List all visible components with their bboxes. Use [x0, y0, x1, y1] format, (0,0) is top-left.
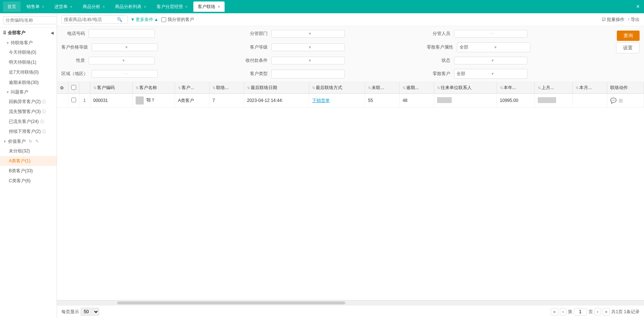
close-customer-segment-icon[interactable]: ×	[185, 4, 187, 9]
filter-search-icon[interactable]: 🔍	[117, 17, 122, 22]
col-overdue-label: 逾期...	[406, 85, 419, 90]
sidebar-all-customers-header[interactable]: ⠿ 全部客户 ◀	[0, 28, 57, 38]
filter-select-retail-attr[interactable]: 全部 ▼	[457, 42, 530, 52]
page-number-input[interactable]	[574, 308, 587, 315]
sidebar-item-class-c[interactable]: C类客户(6)	[0, 176, 57, 186]
filter-select-retail-attr-value: 全部	[459, 44, 494, 50]
my-customers-checkbox[interactable]	[161, 17, 166, 22]
row-visit-contact-cell	[434, 94, 497, 107]
filter-arrow-status: ▼	[491, 59, 525, 63]
filter-row-1: 电话号码 分管部门 ▼ 分管人员	[61, 29, 609, 38]
col-this-year-header[interactable]: ⇅本年...	[497, 82, 534, 94]
col-name-header[interactable]: ⇅客户名称	[132, 82, 175, 94]
close-goods-analysis-list-icon[interactable]: ×	[144, 4, 146, 9]
export-button[interactable]: ↑ 导出	[627, 17, 640, 23]
col-code-header[interactable]: ⇅客户编码	[90, 82, 132, 94]
tab-customer-segment[interactable]: 客户分层经营 ×	[152, 1, 192, 12]
filter-select-payment[interactable]: ▼	[271, 57, 345, 64]
col-last-contact-method-header[interactable]: ⇅最后联络方式	[309, 82, 365, 94]
tab-sales[interactable]: 销售单 ×	[22, 1, 49, 12]
filter-input-customer-type[interactable]	[271, 70, 345, 78]
close-all-tabs-button[interactable]: ×	[635, 2, 641, 11]
filter-my-customers[interactable]: 我分管的客户	[161, 17, 194, 23]
action-qr-icon[interactable]: ⊞	[619, 98, 623, 103]
filter-select-dept[interactable]: ▼	[271, 30, 345, 38]
tab-customer-contact[interactable]: 客户联络 ×	[193, 1, 224, 12]
top-nav: 首页 销售单 × 进货单 × 商品分析 × 商品分析列表 × 客户分层经营 × …	[0, 0, 644, 13]
tab-home[interactable]: 首页	[3, 1, 21, 12]
col-gear[interactable]: ⚙	[57, 82, 68, 94]
sidebar-item-overdue-contact[interactable]: 逾期未联络(30)	[0, 78, 57, 88]
tab-goods-analysis-list[interactable]: 商品分析列表 ×	[111, 1, 150, 12]
sidebar-item-churned[interactable]: 已流失客户(24) ⓘ	[0, 117, 57, 127]
sidebar-item-tomorrow-contact[interactable]: 明天待联络(1)	[0, 57, 57, 67]
sidebar-item-unclassified[interactable]: 未分组(32)	[0, 146, 57, 156]
value-edit-icon[interactable]: ✎	[35, 139, 39, 144]
col-overdue-header[interactable]: ⇅逾期...	[400, 82, 434, 94]
col-sort-no-contact: ⇅	[368, 86, 371, 90]
sidebar-item-declining[interactable]: 持续下滑客户(2) ⓘ	[0, 127, 57, 137]
filter-select-manager[interactable]: ···	[454, 30, 527, 38]
filter-select-status[interactable]: ▼	[454, 57, 527, 64]
col-visit-contact-header[interactable]: ⇅往来单位联系人	[434, 82, 497, 94]
action-message-icon[interactable]: 💬	[610, 98, 616, 103]
sidebar-item-class-a[interactable]: A类客户(1)	[0, 156, 57, 166]
close-customer-contact-icon[interactable]: ×	[218, 4, 220, 9]
filter-select-nature[interactable]: ▼	[89, 57, 155, 64]
page-size-select[interactable]: 20 50 100 200	[80, 308, 99, 316]
col-sort-name: ⇅	[136, 86, 139, 90]
row-checkbox[interactable]	[71, 98, 76, 102]
sidebar-collapse-icon[interactable]: ◀	[51, 31, 54, 35]
col-category-header[interactable]: ⇅客户...	[175, 82, 210, 94]
filter-select-customer-level[interactable]: ▼	[271, 43, 345, 51]
filter-select-price-level[interactable]: ▼	[92, 43, 158, 51]
col-visit-contact-label: 往来单位联系人	[441, 85, 472, 90]
sidebar-item-7days-contact[interactable]: 近7天待联络(0)	[0, 67, 57, 77]
prev-page-button[interactable]: ‹	[560, 308, 566, 315]
tab-goods-analysis[interactable]: 商品分析 ×	[78, 1, 109, 12]
sidebar-search-input[interactable]	[3, 16, 57, 24]
filter-select-retail[interactable]: 全部 ▼	[454, 69, 527, 79]
col-this-year-label: 本年...	[504, 85, 516, 90]
close-sales-icon[interactable]: ×	[42, 4, 44, 9]
col-last-contact-date-header[interactable]: ⇅最后联络日期	[244, 82, 309, 94]
horizontal-scrollbar[interactable]	[57, 300, 644, 305]
row-name-cell[interactable]: 鄂？	[132, 94, 175, 107]
filter-input-phone[interactable]	[89, 29, 155, 38]
scroll-thumb[interactable]	[117, 301, 345, 304]
query-button[interactable]: 查询	[617, 31, 640, 41]
batch-op-button[interactable]: ☑ 批量操作	[602, 17, 625, 23]
first-page-button[interactable]: «	[551, 308, 558, 315]
sidebar-group-value[interactable]: ▼ 价值客户 ↻ ✎	[0, 137, 57, 146]
row-category-cell: A类客户	[175, 94, 210, 107]
col-sort-this-year: ⇅	[500, 86, 503, 90]
next-page-button[interactable]: ›	[594, 308, 601, 315]
sidebar-item-churn-warning[interactable]: 流失预警客户(3) ⓘ	[0, 107, 57, 117]
select-all-checkbox[interactable]	[71, 85, 76, 90]
col-this-month-header[interactable]: ⇅本月...	[573, 82, 607, 94]
filter-more-button[interactable]: ▼ 更多条件 ▲	[130, 17, 158, 23]
col-contact-header[interactable]: ⇅联络...	[210, 82, 244, 94]
col-no-contact-header[interactable]: ⇅未联...	[365, 82, 400, 94]
close-goods-analysis-icon[interactable]: ×	[103, 4, 105, 9]
tab-goods-analysis-list-label: 商品分析列表	[115, 4, 142, 10]
sidebar-item-today-contact[interactable]: 今天待联络(0)	[0, 47, 57, 57]
advanced-filter-panel: 电话号码 分管部门 ▼ 分管人员	[57, 26, 644, 82]
setting-button[interactable]: 设置	[616, 42, 640, 53]
sidebar-item-repurchase-abnormal[interactable]: 回购异常客户(2) ⓘ	[0, 97, 57, 107]
filter-search-input[interactable]	[64, 17, 115, 22]
sidebar-item-class-b[interactable]: B类客户(33)	[0, 166, 57, 176]
filter-bar: 🔍 ▼ 更多条件 ▲ 我分管的客户 ☑ 批量操作 ↑ 导出	[57, 13, 644, 26]
my-customers-label: 我分管的客户	[168, 17, 194, 23]
sidebar-group-problem[interactable]: ▼ 问题客户	[0, 88, 57, 97]
col-sort-visit-contact: ⇅	[437, 86, 440, 90]
col-last-month-header[interactable]: ⇅上月...	[534, 82, 572, 94]
filter-field-customer-type: 客户类型	[244, 70, 427, 78]
filter-select-region[interactable]: ···	[92, 70, 158, 78]
close-purchase-icon[interactable]: ×	[70, 4, 72, 9]
sidebar-group-pending-contact[interactable]: ▼ 待联络客户	[0, 38, 57, 47]
value-refresh-icon[interactable]: ↻	[29, 139, 32, 144]
row-last-contact-method-cell[interactable]: 下销货单	[309, 94, 365, 107]
last-page-button[interactable]: »	[602, 308, 610, 315]
tab-purchase[interactable]: 进货单 ×	[50, 1, 76, 12]
